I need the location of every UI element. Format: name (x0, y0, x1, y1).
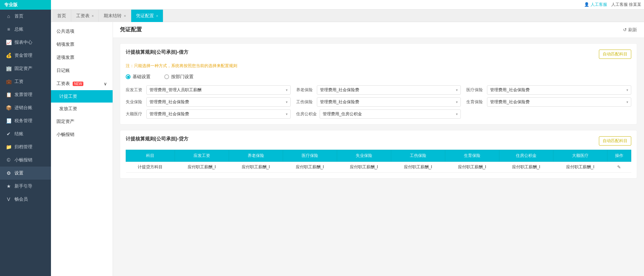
label-wage: 应发工资 (126, 87, 144, 93)
sidebar-item-inventory[interactable]: 📦 进销台账 (0, 101, 51, 114)
col-injury: 工伤保险 (391, 150, 445, 162)
sidebar-item-archive[interactable]: 📁 归档管理 (0, 140, 51, 153)
settle-icon: ✔ (6, 131, 12, 137)
sidebar-item-invoices[interactable]: 📋 发票管理 (0, 88, 51, 101)
sidebar-item-label: 结账 (14, 131, 23, 137)
sidebar-item-home[interactable]: ⌂ 首页 (0, 10, 51, 23)
nav-public-options[interactable]: 公共选项 (51, 25, 113, 38)
form-grid-row2: 失业保险 管理费用_社会保险费 ▾ 工伤保险 管理费用_社会保险费 ▾ (126, 97, 631, 107)
page-title: 凭证配置 (120, 26, 142, 33)
sidebar-item-xiaochang[interactable]: © 小畅报销 (0, 153, 51, 167)
chevron-icon: ▾ (626, 100, 628, 104)
form-row-large-medical: 大额医疗 管理费用_社会保险费 ▾ (126, 109, 291, 119)
chevron-icon: ▾ (626, 88, 628, 92)
col-medical: 医疗保险 (283, 150, 337, 162)
sidebar-item-settings[interactable]: ⚙ 设置 (0, 167, 51, 180)
tab-payroll-label: 工资表 (76, 13, 90, 19)
label-pension: 养老保险 (296, 87, 314, 93)
page-body: 公共选项 销项发票 进项发票 日记账 工资表 NEW ∨ 计提工资 发放工资 固… (51, 22, 644, 276)
form-row-maternity: 生育保险 管理费用_社会保险费 ▾ (466, 97, 631, 107)
tab-home[interactable]: 首页 (52, 10, 71, 22)
nav-fafa-payroll[interactable]: 发放工资 (51, 103, 113, 115)
cell-wage-val: 应付职工薪酬_I (175, 162, 229, 173)
sidebar-item-label: 总账 (14, 26, 23, 32)
tax-icon: 🧾 (6, 118, 12, 124)
select-injury-value: 管理费用_社会保险费 (320, 99, 360, 105)
cell-medical-val: 应付职工薪酬_I (283, 162, 337, 173)
sidebar-item-label: 税务管理 (14, 118, 32, 124)
sidebar-item-tax[interactable]: 🧾 税务管理 (0, 114, 51, 127)
nav-payroll-table[interactable]: 工资表 NEW ∨ (51, 77, 113, 90)
topbar-service[interactable]: 👤 人工客服 (584, 2, 607, 8)
content-inner: 计提核算规则(公司承担)-借方 自动匹配科目 注：只能选择一种方式，系统将按照您… (113, 38, 644, 190)
tab-payroll-close[interactable]: × (92, 14, 94, 18)
nav-jiti-payroll[interactable]: 计提工资 (51, 90, 113, 103)
sidebar-item-label: 资金管理 (14, 52, 32, 59)
edit-icon[interactable]: ✎ (617, 164, 621, 170)
sidebar-item-label: 固定资产 (14, 65, 32, 72)
chevron-icon: ▾ (286, 100, 288, 104)
settings-icon: ⚙ (6, 170, 12, 176)
content-area: 凭证配置 ↺ 刷新 计提核算规则(公司承担)-借方 自动匹配科目 注：只能选择一… (113, 22, 644, 276)
cell-housing-val: 应付职工薪酬_I (499, 162, 553, 173)
vip-icon: V (6, 197, 12, 202)
sidebar-item-ledger[interactable]: ≡ 总账 (0, 23, 51, 36)
sidebar-item-assets[interactable]: 🏢 固定资产 (0, 62, 51, 75)
radio-dept-circle (164, 74, 169, 79)
select-maternity-value: 管理费用_社会保险费 (490, 99, 530, 105)
tab-voucher-config[interactable]: 凭证配置 × (131, 10, 163, 22)
select-large-medical[interactable]: 管理费用_社会保险费 ▾ (146, 109, 291, 119)
cell-action[interactable]: ✎ (607, 162, 631, 173)
nav-sales-invoice[interactable]: 销项发票 (51, 38, 113, 51)
tab-period-close[interactable]: 期末结转 × (99, 10, 131, 22)
radio-basic[interactable]: 基础设置 (126, 74, 150, 80)
form-grid-row1: 应发工资 管理费用_管理人员职工薪酬 ▾ 养老保险 管理费用_社会保险费 ▾ (126, 85, 631, 95)
sidebar-item-settle[interactable]: ✔ 结账 (0, 127, 51, 140)
sidebar-item-reports[interactable]: 📈 报表中心 (0, 36, 51, 49)
select-medical[interactable]: 管理费用_社会保险费 ▾ (487, 85, 631, 95)
sidebar-item-guide[interactable]: ★ 新手引导 (0, 180, 51, 193)
sidebar-item-vip[interactable]: V 畅会员 (0, 193, 51, 206)
table-row: 计提贷方科目 应付职工薪酬_I 应付职工薪酬_I 应付职工薪酬_I 应付职工薪酬… (126, 162, 631, 173)
invoices-icon: 📋 (6, 92, 12, 97)
col-action: 操作 (607, 150, 631, 162)
nav-purchase-invoice[interactable]: 进项发票 (51, 51, 113, 64)
nav-xiaochang-expense[interactable]: 小畅报销 (51, 128, 113, 141)
col-maternity: 生育保险 (445, 150, 499, 162)
select-injury[interactable]: 管理费用_社会保险费 ▾ (317, 97, 461, 107)
section-debit-title: 计提核算规则(公司承担)-借方 (126, 49, 188, 55)
chevron-icon: ▾ (456, 88, 458, 92)
select-unemployment[interactable]: 管理费用_社会保险费 ▾ (146, 97, 291, 107)
section-debit: 计提核算规则(公司承担)-借方 自动匹配科目 注：只能选择一种方式，系统将按照您… (120, 43, 637, 125)
expand-icon: ∨ (104, 81, 107, 86)
tab-voucher-close[interactable]: × (156, 14, 158, 18)
radio-dept[interactable]: 按部门设置 (164, 74, 194, 80)
select-wage-value: 管理费用_管理人员职工薪酬 (149, 87, 201, 93)
capital-icon: 💰 (6, 53, 12, 58)
tab-period-close-btn[interactable]: × (124, 14, 126, 18)
select-wage[interactable]: 管理费用_管理人员职工薪酬 ▾ (146, 85, 291, 95)
xiaochang-icon: © (6, 157, 12, 163)
refresh-button[interactable]: ↺ 刷新 (623, 27, 637, 33)
form-row-medical: 医疗保险 管理费用_社会保险费 ▾ (466, 85, 631, 95)
sidebar-item-label: 工资 (14, 78, 23, 85)
form-row-injury: 工伤保险 管理费用_社会保险费 ▾ (296, 97, 461, 107)
section-credit: 计提核算规则(公司承担)-贷方 自动匹配科目 科目 应发工资 养老保险 医疗保险… (120, 130, 637, 179)
nav-fixed-assets[interactable]: 固定资产 (51, 115, 113, 128)
tab-payroll-table[interactable]: 工资表 × (71, 10, 99, 22)
sidebar-item-capital[interactable]: 💰 资金管理 (0, 49, 51, 62)
main-area: 👤 人工客服 人工客服 徐某某 首页 工资表 × 期末结转 × 凭证配置 × 公… (51, 0, 644, 276)
select-housing-fund[interactable]: 管理费用_住房公积金 ▾ (320, 109, 461, 119)
chevron-icon: ▾ (456, 112, 458, 116)
nav-journal[interactable]: 日记账 (51, 64, 113, 77)
ledger-icon: ≡ (6, 26, 12, 32)
select-maternity[interactable]: 管理费用_社会保险费 ▾ (487, 97, 631, 107)
sidebar-item-payroll[interactable]: 💼 工资 (0, 75, 51, 88)
label-injury: 工伤保险 (296, 99, 314, 105)
auto-match-debit-btn[interactable]: 自动匹配科目 (599, 50, 631, 59)
auto-match-credit-btn[interactable]: 自动匹配科目 (599, 136, 631, 146)
assets-icon: 🏢 (6, 66, 12, 71)
topbar-user: 人工客服 徐某某 (611, 2, 641, 8)
select-pension[interactable]: 管理费用_社会保险费 ▾ (317, 85, 461, 95)
sidebar-item-label: 设置 (14, 170, 23, 176)
